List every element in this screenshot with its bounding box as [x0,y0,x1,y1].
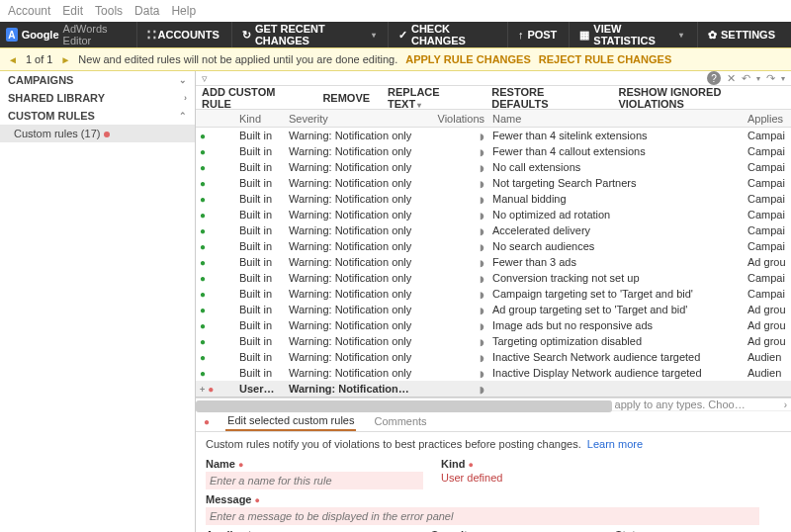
violation-icon: ◗ [480,274,484,284]
view-statistics-button[interactable]: ▦VIEW STATISTICS▾ [569,22,693,47]
chevron-down-icon: ▾ [679,31,683,40]
filter-funnel-icon[interactable]: ▿ [202,72,208,85]
message-input[interactable] [206,507,759,525]
chevron-down-icon[interactable]: ▾ [756,74,760,83]
grid-row[interactable]: ●Built inWarning: Notification only◗Manu… [196,191,791,207]
col-violations[interactable]: Violations [431,113,488,125]
status-dot-icon: ● [200,257,206,268]
grid-row[interactable]: ●Built inWarning: Notification only◗Inac… [196,365,791,381]
sidebar-custom-rules-count[interactable]: Custom rules (17) [0,125,195,142]
grid-row-user[interactable]: + ● User… Warning: Notification… ◗ [196,381,791,397]
next-page-icon[interactable]: ► [60,54,70,65]
col-applies[interactable]: Applies [744,113,791,125]
kind-label: Kind [441,458,465,470]
col-name[interactable]: Name [488,113,744,125]
redo-icon[interactable]: ↷ [766,72,775,85]
required-icon: ● [469,460,474,470]
violation-icon: ◗ [480,132,484,141]
status-dot-icon: ● [200,210,206,221]
brand: A Google AdWords Editor [6,23,134,46]
sidebar-custom-rules[interactable]: CUSTOM RULES⌃ [0,107,195,125]
upload-icon: ↑ [518,29,524,41]
grid-row[interactable]: ●Built inWarning: Notification only◗No s… [196,238,791,254]
settings-button[interactable]: ✿SETTINGS [697,22,785,47]
brand-thin: AdWords Editor [63,23,127,46]
horizontal-scrollbar[interactable]: ‹› [196,398,791,399]
grid-row[interactable]: ●Built inWarning: Notification only◗Inac… [196,349,791,365]
gear-icon: ✿ [708,29,717,42]
chevron-down-icon[interactable]: ▾ [781,74,785,83]
chevron-right-icon: › [184,93,187,103]
sidebar-shared-library[interactable]: SHARED LIBRARY› [0,89,195,107]
notice-text: New and edited rules will not be applied… [78,53,397,65]
reshow-violations-button[interactable]: RESHOW IGNORED VIOLATIONS [618,86,785,110]
prev-page-icon[interactable]: ◄ [8,54,18,65]
violation-icon: ◗ [480,195,484,205]
violation-icon: ◗ [480,321,484,331]
col-kind[interactable]: Kind [235,113,285,125]
close-icon[interactable]: ✕ [727,72,736,85]
grid-row[interactable]: ●Built inWarning: Notification only◗Conv… [196,270,791,286]
menu-help[interactable]: Help [171,4,196,18]
learn-more-link[interactable]: Learn more [587,438,643,450]
stats-icon: ▦ [579,29,589,42]
scrollbar-thumb[interactable] [196,400,612,412]
undo-icon[interactable]: ↶ [742,72,750,85]
violation-icon: ◗ [480,242,484,252]
status-dot-icon: ● [200,368,206,379]
violation-icon: ◗ [480,226,484,236]
chevron-right-icon: › [784,399,787,410]
status-dot-icon: ● [200,352,206,363]
help-icon[interactable]: ? [707,71,721,85]
error-dot-icon: ● [204,416,210,427]
name-input[interactable] [206,472,423,489]
tab-comments[interactable]: Comments [372,412,428,430]
menu-account[interactable]: Account [8,4,50,18]
accounts-button[interactable]: ∷ACCOUNTS [136,22,229,47]
violation-icon: ◗ [480,337,484,347]
menu-data[interactable]: Data [134,4,159,18]
grid-row[interactable]: ●Built inWarning: Notification only◗Fewe… [196,128,791,143]
remove-button[interactable]: REMOVE [322,92,370,104]
description: Custom rules notify you of violations to… [196,432,791,456]
col-severity[interactable]: Severity [285,113,431,125]
required-icon: ● [255,495,260,505]
reject-rule-changes-link[interactable]: REJECT RULE CHANGES [539,53,671,65]
restore-defaults-button[interactable]: RESTORE DEFAULTS [491,86,600,110]
menu-edit[interactable]: Edit [62,4,83,18]
menu-tools[interactable]: Tools [95,4,123,18]
status-dot-icon: ● [200,162,206,173]
status-dot-icon: ● [200,194,206,205]
grid-row[interactable]: ●Built inWarning: Notification only◗Targ… [196,333,791,349]
sidebar-campaigns[interactable]: CAMPAIGNS⌄ [0,71,195,89]
grid-row[interactable]: ●Built inWarning: Notification only◗Not … [196,175,791,191]
add-custom-rule-button[interactable]: ADD CUSTOM RULE [202,86,305,110]
status-dot-icon: ● [200,320,206,331]
sidebar: CAMPAIGNS⌄ SHARED LIBRARY› CUSTOM RULES⌃… [0,71,196,532]
violation-icon: ◗ [480,258,484,268]
chevron-up-icon: ⌃ [179,111,187,121]
grid-row[interactable]: ●Built inWarning: Notification only◗Acce… [196,222,791,238]
status-dot-icon: ● [200,146,206,157]
grid-row[interactable]: ●Built inWarning: Notification only◗Fewe… [196,143,791,159]
violation-icon: ◗ [480,290,484,300]
apply-rule-changes-link[interactable]: APPLY RULE CHANGES [405,53,531,65]
replace-text-button[interactable]: REPLACE TEXT▾ [388,86,474,110]
error-dot-icon [104,132,110,137]
status-dot-icon: ● [200,336,206,347]
grid-row[interactable]: ●Built inWarning: Notification only◗Camp… [196,286,791,302]
status-dot-icon: ● [200,178,206,189]
grid-row[interactable]: ●Built inWarning: Notification only◗No c… [196,159,791,175]
get-recent-changes-button[interactable]: ↻GET RECENT CHANGES▾ [231,22,386,47]
check-icon: ✓ [398,29,407,42]
app-menubar: Account Edit Tools Data Help [0,0,791,22]
violation-icon: ◗ [480,163,484,173]
error-dot-icon: ● [208,384,214,395]
grid-row[interactable]: ●Built inWarning: Notification only◗Ad g… [196,302,791,317]
grid-row[interactable]: ●Built inWarning: Notification only◗No o… [196,207,791,222]
grid-row[interactable]: ●Built inWarning: Notification only◗Fewe… [196,254,791,270]
check-changes-button[interactable]: ✓CHECK CHANGES [388,22,505,47]
grid-row[interactable]: ●Built inWarning: Notification only◗Imag… [196,317,791,333]
tab-edit-rules[interactable]: Edit selected custom rules [225,411,356,431]
post-button[interactable]: ↑POST [507,22,567,47]
